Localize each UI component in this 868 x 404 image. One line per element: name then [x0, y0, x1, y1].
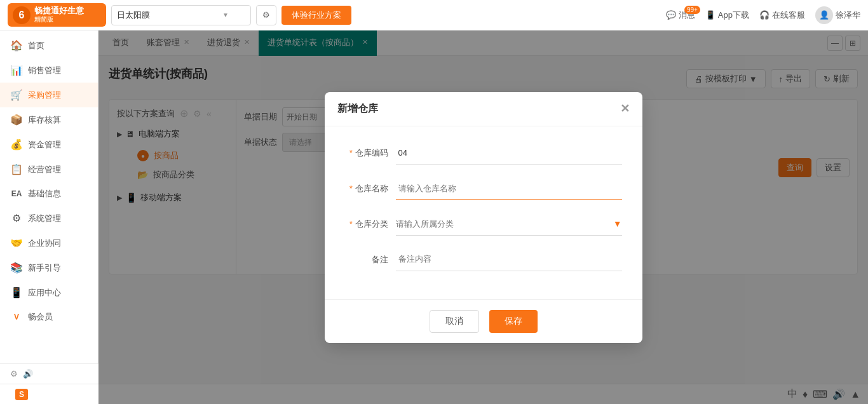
category-label: 仓库分类	[345, 219, 396, 230]
remark-input[interactable]	[396, 248, 622, 271]
user-item[interactable]: 👤 徐泽华	[815, 6, 860, 24]
inventory-icon: 📦	[10, 114, 23, 126]
sidebar-item-business[interactable]: 📋 经营管理	[0, 157, 98, 182]
top-nav: 6 畅捷通好生意 精简版 ▼ ⚙ 体验行业方案 💬 消息 99+ 📱 App下载…	[0, 0, 868, 30]
add-warehouse-modal: 新增仓库 ✕ 仓库编码 仓库名称 仓库分类	[325, 92, 642, 343]
purchase-icon: 🛒	[10, 89, 23, 101]
sidebar-item-guide[interactable]: 📚 新手引导	[0, 255, 98, 280]
message-item[interactable]: 💬 消息 99+	[666, 10, 695, 21]
main-layout: 🏠 首页 📊 销售管理 🛒 采购管理 📦 库存核算 💰 资金管理 📋 经营管理 …	[0, 30, 868, 404]
logo-icon: 6	[13, 6, 31, 24]
search-arrow-icon: ▼	[222, 11, 229, 18]
guide-icon: 📚	[10, 262, 23, 274]
category-select-wrap[interactable]: ▼	[396, 213, 622, 236]
app-subtitle: 精简版	[34, 15, 84, 24]
modal-header: 新增仓库 ✕	[325, 92, 642, 126]
sidebar-item-basic-info[interactable]: EA 基础信息	[0, 182, 98, 206]
app-center-icon: 📱	[10, 286, 23, 299]
sidebar-label-home: 首页	[28, 40, 44, 51]
logo-area: 6 畅捷通好生意 精简版	[8, 3, 106, 27]
bottom-logo-s: S	[15, 389, 28, 400]
sidebar-label-vip: 畅会员	[28, 311, 53, 323]
sidebar-label-basic-info: 基础信息	[28, 188, 61, 199]
vip-icon: V	[10, 313, 23, 321]
finance-icon: 💰	[10, 138, 23, 151]
modal-close-btn[interactable]: ✕	[620, 103, 630, 114]
basic-info-icon: EA	[10, 189, 23, 198]
form-row-category: 仓库分类 ▼	[345, 213, 622, 236]
sidebar-item-cooperation[interactable]: 🤝 企业协同	[0, 231, 98, 255]
sales-icon: 📊	[10, 64, 23, 76]
sidebar-item-finance[interactable]: 💰 资金管理	[0, 132, 98, 157]
home-icon: 🏠	[10, 39, 23, 51]
bottom-left: S	[15, 389, 28, 400]
sidebar-label-system: 系统管理	[28, 213, 61, 224]
sidebar-item-system[interactable]: ⚙ 系统管理	[0, 206, 98, 231]
modal-title: 新增仓库	[337, 102, 378, 116]
remark-label: 备注	[345, 254, 396, 266]
name-label: 仓库名称	[345, 183, 396, 194]
sidebar-label-finance: 资金管理	[28, 139, 61, 151]
category-input[interactable]	[396, 219, 613, 229]
system-icon: ⚙	[10, 212, 23, 224]
message-badge: 99+	[684, 6, 700, 14]
online-service-label: 在线客服	[772, 10, 805, 21]
top-right-area: 💬 消息 99+ 📱 App下载 🎧 在线客服 👤 徐泽华	[666, 6, 860, 24]
name-input[interactable]	[396, 177, 622, 200]
sidebar-item-inventory[interactable]: 📦 库存核算	[0, 107, 98, 132]
online-service-item[interactable]: 🎧 在线客服	[759, 10, 805, 21]
code-input[interactable]	[396, 142, 622, 165]
app-download-label: App下载	[718, 10, 749, 21]
sidebar-bottom: ⚙ 🔊	[0, 363, 98, 384]
gear-icon: ⚙	[262, 10, 270, 20]
sidebar-label-business: 经营管理	[28, 164, 61, 175]
code-label: 仓库编码	[345, 147, 396, 159]
business-icon: 📋	[10, 163, 23, 175]
cooperation-icon: 🤝	[10, 237, 23, 249]
app-download-item[interactable]: 📱 App下载	[705, 10, 749, 21]
modal-body: 仓库编码 仓库名称 仓库分类 ▼	[325, 126, 642, 299]
speaker-bottom-icon[interactable]: 🔊	[23, 369, 33, 379]
nav-gear-button[interactable]: ⚙	[256, 5, 276, 25]
sidebar-item-vip[interactable]: V 畅会员	[0, 305, 98, 329]
form-row-name: 仓库名称	[345, 177, 622, 200]
modal-footer: 取消 保存	[325, 299, 642, 343]
form-row-remark: 备注	[345, 248, 622, 271]
store-input[interactable]	[117, 10, 219, 20]
content-area: 首页 账套管理 ✕ 进货退货 ✕ 进货单统计表（按商品） ✕ — ⊞	[98, 30, 868, 404]
sidebar-item-app-center[interactable]: 📱 应用中心	[0, 280, 98, 305]
cancel-button[interactable]: 取消	[430, 310, 479, 333]
category-dropdown-icon: ▼	[613, 219, 622, 229]
save-button[interactable]: 保存	[489, 310, 538, 333]
trial-button[interactable]: 体验行业方案	[281, 6, 351, 25]
headset-icon: 🎧	[759, 10, 770, 20]
store-search[interactable]: ▼	[111, 5, 251, 25]
sidebar-item-sales[interactable]: 📊 销售管理	[0, 58, 98, 83]
sidebar-label-guide: 新手引导	[28, 262, 61, 274]
modal-overlay: 新增仓库 ✕ 仓库编码 仓库名称 仓库分类	[98, 30, 868, 404]
sidebar-label-purchase: 采购管理	[28, 90, 61, 101]
sidebar-label-cooperation: 企业协同	[28, 238, 61, 249]
form-row-code: 仓库编码	[345, 142, 622, 165]
sidebar: 🏠 首页 📊 销售管理 🛒 采购管理 📦 库存核算 💰 资金管理 📋 经营管理 …	[0, 30, 98, 404]
sidebar-label-sales: 销售管理	[28, 65, 61, 76]
sidebar-label-inventory: 库存核算	[28, 114, 61, 126]
settings-bottom-icon[interactable]: ⚙	[10, 369, 18, 379]
mobile-icon: 📱	[705, 10, 715, 20]
app-title: 畅捷通好生意	[34, 6, 84, 16]
sidebar-item-purchase[interactable]: 🛒 采购管理	[0, 83, 98, 107]
user-name: 徐泽华	[836, 10, 860, 21]
user-avatar: 👤	[815, 6, 833, 24]
message-icon: 💬	[666, 10, 676, 20]
sidebar-item-home[interactable]: 🏠 首页	[0, 33, 98, 58]
sidebar-label-app-center: 应用中心	[28, 287, 61, 299]
